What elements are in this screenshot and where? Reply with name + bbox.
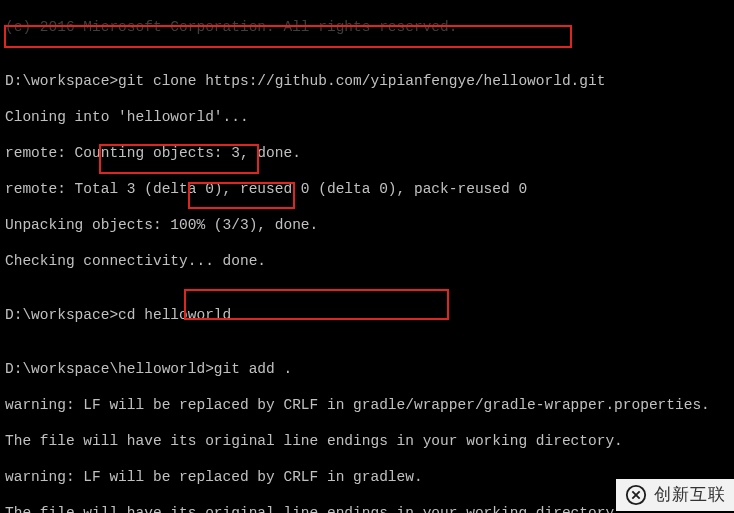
output-line: remote: Counting objects: 3, done. bbox=[5, 144, 729, 162]
output-line: Cloning into 'helloworld'... bbox=[5, 108, 729, 126]
command-line-clone: D:\workspace>git clone https://github.co… bbox=[5, 72, 729, 90]
output-line: warning: LF will be replaced by CRLF in … bbox=[5, 396, 729, 414]
watermark-text: 创新互联 bbox=[654, 486, 726, 504]
output-line: Checking connectivity... done. bbox=[5, 252, 729, 270]
output-line: Unpacking objects: 100% (3/3), done. bbox=[5, 216, 729, 234]
command-line-cd: D:\workspace>cd helloworld bbox=[5, 306, 729, 324]
output-line: (c) 2016 Microsoft Corporation. All righ… bbox=[5, 18, 729, 36]
watermark-icon bbox=[624, 483, 648, 507]
watermark-badge: 创新互联 bbox=[616, 479, 734, 511]
output-line: remote: Total 3 (delta 0), reused 0 (del… bbox=[5, 180, 729, 198]
command-line-add: D:\workspace\helloworld>git add . bbox=[5, 360, 729, 378]
output-line: The file will have its original line end… bbox=[5, 432, 729, 450]
terminal-output[interactable]: (c) 2016 Microsoft Corporation. All righ… bbox=[0, 0, 734, 513]
